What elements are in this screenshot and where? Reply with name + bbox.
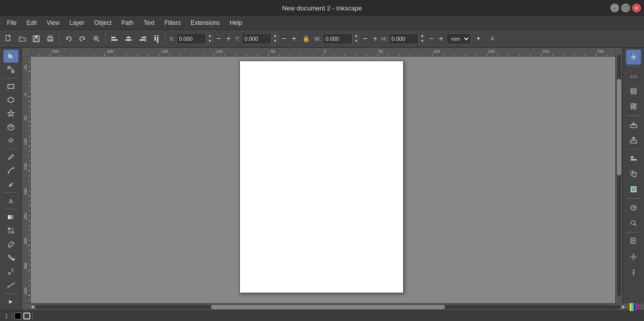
menu-view[interactable]: View [42, 18, 65, 28]
w-spinbox[interactable]: ▲ ▼ [323, 33, 359, 44]
unit-chevron-button[interactable]: ▼ [472, 32, 485, 45]
tool-ellipse[interactable] [3, 93, 18, 106]
x-spin-down[interactable]: ▼ [206, 39, 213, 44]
menu-filters[interactable]: Filters [159, 18, 186, 28]
y-spinbox[interactable]: ▲ ▼ [242, 33, 279, 44]
rp-layers-button[interactable] [626, 83, 641, 98]
x-input[interactable] [176, 33, 206, 44]
tool-text[interactable]: A [3, 194, 18, 207]
color-wheel-indicator[interactable] [629, 303, 637, 311]
tool-spray[interactable] [3, 265, 18, 278]
hscroll-left-button[interactable]: ◀ [29, 304, 36, 311]
h-spin-buttons: ▲ ▼ [419, 33, 426, 44]
save-button[interactable] [30, 32, 43, 45]
w-spin-up[interactable]: ▲ [353, 33, 359, 39]
rp-snap-button[interactable] [626, 50, 641, 65]
svg-line-53 [22, 48, 31, 57]
maximize-button[interactable]: ❐ [621, 3, 630, 12]
window-title: New document 2 - Inkscape [282, 4, 362, 12]
page-button[interactable]: ① [486, 32, 499, 45]
new-button[interactable] [2, 32, 15, 45]
tool-calligraphy[interactable] [3, 178, 18, 191]
w-spin-down[interactable]: ▼ [353, 39, 359, 44]
x-spin-up[interactable]: ▲ [206, 33, 213, 39]
tool-paint-bucket[interactable] [3, 251, 18, 264]
menu-layer[interactable]: Layer [65, 18, 89, 28]
y-minus-button[interactable]: − [280, 32, 288, 45]
unit-select[interactable]: mm px cm in pt [446, 33, 471, 44]
menu-path[interactable]: Path [117, 18, 139, 28]
hscroll-track[interactable] [36, 305, 620, 309]
rp-extra3-button[interactable] [626, 265, 641, 280]
rp-undo-history-button[interactable] [626, 200, 641, 215]
w-input[interactable] [323, 33, 353, 44]
menu-file[interactable]: File [2, 18, 21, 28]
rp-objects-button[interactable] [626, 99, 641, 114]
hscroll-right-button[interactable]: ▶ [620, 304, 627, 311]
w-plus-button[interactable]: + [370, 32, 379, 45]
canvas-viewport[interactable] [31, 57, 615, 303]
canvas-area[interactable] [22, 48, 615, 303]
y-input[interactable] [242, 33, 272, 44]
tool-dropper[interactable] [3, 238, 18, 251]
align-right-button[interactable] [136, 32, 149, 45]
zoom-in-button[interactable] [90, 32, 103, 45]
tool-gradient[interactable] [3, 211, 18, 224]
rp-extra2-button[interactable] [626, 249, 641, 264]
align-center-button[interactable] [122, 32, 135, 45]
menu-extensions[interactable]: Extensions [186, 18, 225, 28]
menu-text[interactable]: Text [139, 18, 159, 28]
redo-button[interactable] [76, 32, 89, 45]
align-left-button[interactable] [108, 32, 121, 45]
x-spinbox[interactable]: ▲ ▼ [176, 33, 213, 44]
y-spin-down[interactable]: ▼ [272, 39, 279, 44]
y-plus-button[interactable]: + [289, 32, 298, 45]
toolbox-expand[interactable]: ▶ [3, 295, 18, 308]
y-spin-up[interactable]: ▲ [272, 33, 279, 39]
tool-node[interactable] [3, 63, 18, 76]
h-minus-button[interactable]: − [427, 32, 435, 45]
h-input[interactable] [389, 33, 419, 44]
h-spin-down[interactable]: ▼ [419, 39, 426, 44]
menu-help[interactable]: Help [225, 18, 247, 28]
rp-align-button[interactable] [626, 151, 641, 166]
tool-spiral[interactable] [3, 134, 18, 147]
vscrollbar[interactable] [615, 48, 622, 303]
menu-object[interactable]: Object [89, 18, 117, 28]
tool-pencil[interactable] [3, 151, 18, 163]
fill-color-indicator[interactable] [14, 313, 21, 320]
tool-rectangle[interactable] [3, 80, 18, 93]
x-minus-button[interactable]: − [214, 32, 223, 45]
rp-extra1-button[interactable] [626, 234, 641, 249]
rp-find-button[interactable] [626, 216, 641, 231]
h-spinbox[interactable]: ▲ ▼ [389, 33, 426, 44]
tool-3dbox[interactable] [3, 120, 18, 133]
rp-xml-button[interactable]: </> [626, 68, 641, 83]
minimize-button[interactable]: – [610, 3, 619, 12]
open-button[interactable] [16, 32, 29, 45]
print-button[interactable] [44, 32, 57, 45]
menu-edit[interactable]: Edit [21, 18, 42, 28]
stroke-color-indicator[interactable] [23, 313, 30, 320]
hscrollbar[interactable]: ◀ ▶ [22, 303, 644, 310]
tool-measure[interactable] [3, 279, 18, 292]
hscroll-thumb[interactable] [211, 305, 445, 309]
rp-import-button[interactable] [626, 117, 641, 132]
close-button[interactable]: ✕ [632, 3, 641, 12]
rp-export-button[interactable] [626, 133, 641, 148]
vscroll-track[interactable] [617, 55, 621, 296]
x-plus-button[interactable]: + [224, 32, 233, 45]
h-plus-button[interactable]: + [436, 32, 445, 45]
rp-fill-stroke-button[interactable] [626, 182, 641, 197]
h-spin-up[interactable]: ▲ [419, 33, 426, 39]
align-top-button[interactable] [150, 32, 163, 45]
lock-aspect-button[interactable]: 🔒 [299, 32, 312, 45]
rp-transform-button[interactable] [626, 166, 641, 181]
tool-star[interactable] [3, 107, 18, 120]
tool-pen[interactable] [3, 164, 18, 177]
tool-selector[interactable] [3, 50, 18, 63]
vscroll-thumb[interactable] [617, 79, 621, 175]
w-minus-button[interactable]: − [360, 32, 369, 45]
undo-button[interactable] [62, 32, 75, 45]
tool-mesh-gradient[interactable] [3, 224, 18, 237]
